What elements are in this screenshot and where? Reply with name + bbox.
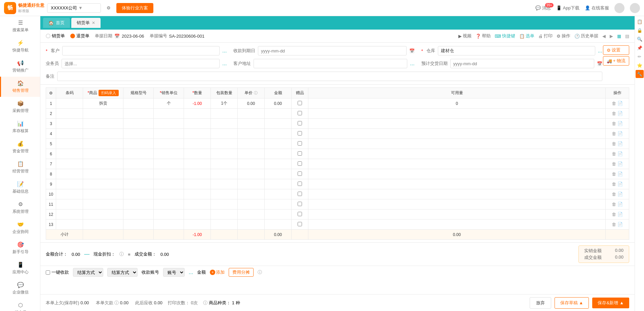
row-amount[interactable]: 0.00 <box>265 99 292 109</box>
row-amount[interactable] <box>265 189 292 199</box>
row-price[interactable] <box>238 129 265 139</box>
row-price[interactable] <box>238 139 265 149</box>
row-price[interactable] <box>238 119 265 129</box>
customer-addr-dots[interactable]: ... <box>410 61 414 67</box>
row-spec[interactable] <box>123 139 154 149</box>
row-qty[interactable] <box>184 109 211 119</box>
tab-home[interactable]: 🏠 首页 <box>43 18 70 28</box>
copy-icon[interactable]: 📄 <box>617 131 623 136</box>
row-unit[interactable] <box>154 159 184 169</box>
fee-split-button[interactable]: 费用分摊 <box>229 268 254 277</box>
settlement-calc-select[interactable]: 结算方式 <box>107 268 138 277</box>
customer-dots[interactable]: ... <box>222 48 227 54</box>
gift-checkbox[interactable] <box>298 161 302 166</box>
delete-icon[interactable]: 🗑 <box>612 202 616 207</box>
gift-checkbox[interactable] <box>298 202 302 206</box>
row-spec[interactable] <box>123 99 154 109</box>
copy-icon[interactable]: 📄 <box>617 151 623 156</box>
row-barcode[interactable] <box>56 169 83 179</box>
tab-close-icon[interactable]: ✕ <box>92 21 95 25</box>
row-amount[interactable] <box>265 159 292 169</box>
sidebar-item-system[interactable]: ⚙ 系统管理 <box>0 198 40 218</box>
abandon-button[interactable]: 放弃 <box>530 297 551 309</box>
history-button[interactable]: 🕐 历史单据 <box>574 33 598 39</box>
sidebar-item-enterprise[interactable]: 🤝 企业协同 <box>0 218 40 238</box>
row-price[interactable] <box>238 220 265 230</box>
row-unit[interactable] <box>154 209 184 220</box>
row-product[interactable] <box>83 169 123 179</box>
row-pkgqty[interactable] <box>211 129 238 139</box>
side-icon-settings[interactable]: 🔧 <box>636 70 644 78</box>
row-gift[interactable] <box>292 220 308 230</box>
row-gift[interactable] <box>292 189 308 199</box>
row-qty[interactable] <box>184 199 211 209</box>
shortcut-button[interactable]: ⌨ 快捷键 <box>495 33 515 39</box>
sidebar-item-sales[interactable]: 🏠 销售管理 <box>0 77 40 97</box>
row-unit[interactable] <box>154 129 184 139</box>
delete-icon[interactable]: 🗑 <box>612 151 616 156</box>
row-qty[interactable] <box>184 139 211 149</box>
grid-icon-1[interactable]: ▦ <box>617 34 621 39</box>
delete-icon[interactable]: 🗑 <box>612 182 616 187</box>
print-button[interactable]: 🖨 打印 <box>538 33 553 39</box>
sidebar-item-inventory[interactable]: 📊 库存核算 <box>0 117 40 137</box>
copy-icon[interactable]: 📄 <box>617 171 623 177</box>
row-qty[interactable] <box>184 179 211 189</box>
row-gift[interactable] <box>292 149 308 159</box>
row-unit[interactable] <box>154 189 184 199</box>
radio-return-order[interactable]: 退货单 <box>70 33 89 39</box>
row-barcode[interactable] <box>56 199 83 209</box>
row-product[interactable] <box>83 159 123 169</box>
sidebar-item-finance[interactable]: 💰 资金管理 <box>0 137 40 157</box>
row-amount[interactable] <box>265 220 292 230</box>
due-date-calendar-icon[interactable]: 📅 <box>409 48 415 53</box>
message-button[interactable]: 💬 消息 99+ <box>535 5 551 11</box>
delivery-date-calendar-icon[interactable]: 📅 <box>597 61 602 66</box>
row-product[interactable] <box>83 149 123 159</box>
copy-icon[interactable]: 📄 <box>617 202 623 207</box>
row-unit[interactable]: 个 <box>154 99 184 109</box>
account-dots[interactable]: ... <box>189 269 193 275</box>
settings-button[interactable]: ⚙ 设置 <box>603 45 629 55</box>
row-pkgqty[interactable] <box>211 189 238 199</box>
row-pkgqty[interactable] <box>211 109 238 119</box>
row-product[interactable] <box>83 199 123 209</box>
row-amount[interactable] <box>265 199 292 209</box>
row-spec[interactable] <box>123 149 154 159</box>
row-qty[interactable] <box>184 129 211 139</box>
row-price[interactable] <box>238 209 265 220</box>
row-gift[interactable] <box>292 159 308 169</box>
delete-icon[interactable]: 🗑 <box>612 192 616 197</box>
row-barcode[interactable] <box>56 139 83 149</box>
row-pkgqty[interactable] <box>211 209 238 220</box>
account-select[interactable]: 账号 <box>163 268 185 277</box>
row-amount[interactable] <box>265 209 292 220</box>
row-spec[interactable] <box>123 220 154 230</box>
row-spec[interactable] <box>123 159 154 169</box>
debt-info-icon[interactable]: ⓘ <box>114 300 119 305</box>
fee-info-icon[interactable]: ⓘ <box>258 269 262 275</box>
delete-icon[interactable]: 🗑 <box>612 212 616 217</box>
row-product[interactable] <box>83 119 123 129</box>
row-product[interactable] <box>83 220 123 230</box>
row-pkgqty[interactable] <box>211 149 238 159</box>
row-product[interactable] <box>83 109 123 119</box>
row-qty[interactable] <box>184 159 211 169</box>
row-price[interactable] <box>238 169 265 179</box>
save-new-button[interactable]: 保存&新增 ▲ <box>592 298 629 308</box>
user-icon[interactable] <box>630 3 640 13</box>
gift-checkbox[interactable] <box>298 222 302 226</box>
calendar-icon[interactable]: 📅 <box>114 34 120 39</box>
row-pkgqty[interactable] <box>211 139 238 149</box>
row-pkgqty[interactable] <box>211 119 238 129</box>
row-spec[interactable] <box>123 179 154 189</box>
gift-checkbox[interactable] <box>298 131 302 135</box>
delete-icon[interactable]: 🗑 <box>612 101 616 106</box>
row-qty[interactable] <box>184 149 211 159</box>
row-pkgqty[interactable] <box>211 179 238 189</box>
help-button[interactable]: ❓ 帮助 <box>476 33 491 39</box>
operation-button[interactable]: ⚙ 操作 <box>557 33 570 39</box>
copy-icon[interactable]: 📄 <box>617 212 623 217</box>
delete-icon[interactable]: 🗑 <box>612 171 616 177</box>
row-gift[interactable] <box>292 199 308 209</box>
